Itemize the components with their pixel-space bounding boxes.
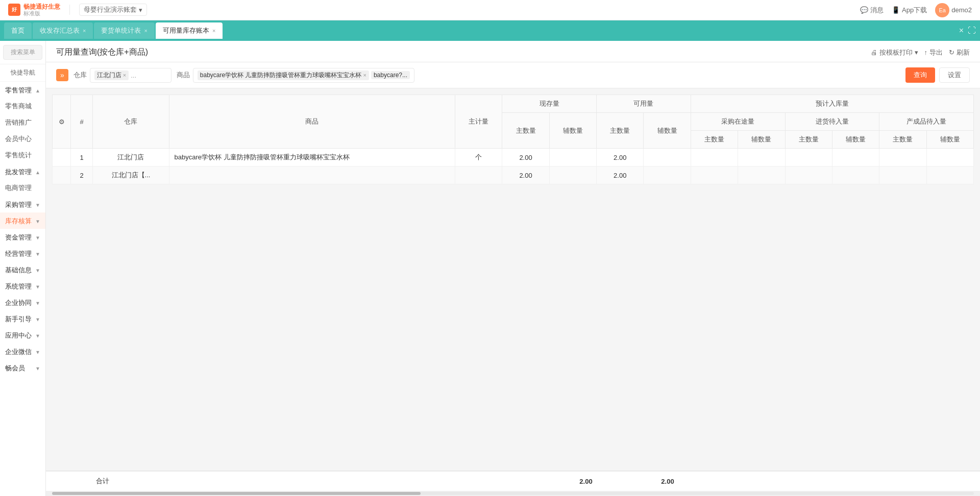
- main-layout: 搜索菜单 快捷导航 零售管理 ▲ 零售商城 营销推广 会员中心 零售统计 批发管…: [0, 41, 980, 496]
- scroll-bar-track[interactable]: [52, 492, 974, 495]
- th-goods-arriving: 进货待入量: [785, 113, 879, 131]
- sidebar-section-wechat[interactable]: 企业微信 ▼: [0, 343, 45, 360]
- query-btn[interactable]: 查询: [905, 67, 935, 83]
- export-label: 导出: [929, 48, 943, 57]
- th-settings[interactable]: ⚙: [53, 95, 71, 149]
- print-btn[interactable]: 🖨 按模板打印 ▾: [871, 48, 918, 57]
- scroll-bar-area: [46, 491, 980, 496]
- avatar: Ea: [935, 3, 949, 17]
- sidebar-section-appstore-label: 应用中心: [5, 331, 32, 340]
- sidebar-section-operations-label: 经营管理: [5, 249, 32, 258]
- total-spacer-index: [70, 471, 86, 491]
- print-icon: 🖨: [871, 49, 877, 56]
- search-menu-btn[interactable]: 搜索菜单: [3, 45, 42, 60]
- setting-btn[interactable]: 设置: [939, 67, 970, 83]
- row1-warehouse: 江北门店: [93, 149, 169, 167]
- th-avail-main: 主数量: [597, 113, 644, 149]
- tab-home-label: 首页: [11, 26, 24, 35]
- row1-goods-aux: [832, 149, 879, 167]
- product-filter-group: 商品 babycare学饮杯 儿童防摔防撞吸管杯重力球吸嘴杯宝宝水杯 × bab…: [177, 68, 414, 83]
- product-tag-2: babycare?...: [371, 71, 410, 79]
- app-icon: 📱: [892, 6, 900, 14]
- message-btn[interactable]: 💬 消息: [860, 6, 884, 15]
- fullscreen-icon[interactable]: ⛶: [968, 26, 976, 35]
- tab-available-close[interactable]: ×: [212, 28, 215, 34]
- sidebar-section-system[interactable]: 系统管理 ▼: [0, 278, 45, 294]
- sidebar-section-appstore[interactable]: 应用中心 ▼: [0, 327, 45, 343]
- sidebar-section-retail[interactable]: 零售管理 ▲: [0, 82, 45, 98]
- print-label: 按模板打印: [879, 48, 913, 57]
- tab-collection-summary[interactable]: 收发存汇总表 ×: [33, 22, 93, 39]
- table-wrapper[interactable]: ⚙ # 仓库 商品 主计量 现存量 可用量 预计入库量 主数量 辅数量 主数量 …: [46, 88, 980, 470]
- divider: [69, 5, 70, 15]
- tab-available-inventory[interactable]: 可用量库存账本 ×: [156, 22, 223, 39]
- sidebar-section-inventory-label: 库存核算: [5, 217, 32, 226]
- tab-home[interactable]: 首页: [4, 22, 32, 39]
- close-all-icon[interactable]: ×: [959, 26, 964, 35]
- warehouse-filter-input[interactable]: 江北门店 × ...: [90, 68, 172, 83]
- page-title: 可用量查询(按仓库+商品): [56, 47, 148, 58]
- tab-collection-close[interactable]: ×: [83, 28, 86, 34]
- scroll-bar-thumb[interactable]: [52, 492, 421, 495]
- sidebar-section-finance[interactable]: 资金管理 ▼: [0, 229, 45, 245]
- sidebar-section-newbie[interactable]: 新手引导 ▼: [0, 311, 45, 327]
- product-tag-1-label: babycare学饮杯 儿童防摔防撞吸管杯重力球吸嘴杯宝宝水杯: [200, 71, 362, 80]
- user-area[interactable]: Ea demo2: [935, 3, 972, 17]
- refresh-btn[interactable]: ↻ 刷新: [949, 48, 970, 57]
- row1-purchase-aux: [738, 149, 785, 167]
- avatar-initials: Ea: [939, 7, 946, 13]
- product-filter-input[interactable]: babycare学饮杯 儿童防摔防撞吸管杯重力球吸嘴杯宝宝水杯 × babyca…: [193, 68, 414, 83]
- tab-order-label: 要货单统计表: [101, 26, 141, 35]
- row1-purchase-main: [691, 149, 738, 167]
- sidebar-item-retail-mall[interactable]: 零售商城: [0, 98, 45, 114]
- user-name: demo2: [951, 6, 972, 14]
- sidebar-section-retail-label: 零售管理: [5, 86, 32, 95]
- nav-tabs-actions: × ⛶: [959, 26, 976, 35]
- industry-selector[interactable]: 母婴行业演示账套 ▾: [79, 4, 147, 16]
- sidebar-section-wholesale[interactable]: 批发管理 ▲: [0, 163, 45, 180]
- product-tag-1-close[interactable]: ×: [363, 72, 366, 78]
- sidebar-section-basic[interactable]: 基础信息 ▼: [0, 262, 45, 278]
- product-tag-1: babycare学饮杯 儿童防摔防撞吸管杯重力球吸嘴杯宝宝水杯 ×: [198, 70, 369, 80]
- chevron-down-icon: ▾: [139, 6, 142, 14]
- sidebar-section-member-label: 畅会员: [5, 364, 25, 373]
- sidebar-section-collab[interactable]: 企业协同 ▼: [0, 294, 45, 311]
- warehouse-tag: 江北门店 ×: [94, 70, 129, 80]
- export-btn[interactable]: ↑ 导出: [924, 48, 943, 57]
- warehouse-tag-close[interactable]: ×: [123, 72, 126, 78]
- nav-tabs: 首页 收发存汇总表 × 要货单统计表 × 可用量库存账本 × × ⛶: [0, 20, 980, 41]
- finance-arrow-icon: ▼: [35, 235, 40, 241]
- sidebar-section-operations[interactable]: 经营管理 ▼: [0, 245, 45, 262]
- sidebar-section-purchase-label: 采购管理: [5, 200, 32, 209]
- sidebar-item-quicknav[interactable]: 快捷导航: [0, 64, 45, 82]
- sidebar-item-ecommerce[interactable]: 电商管理: [0, 180, 45, 196]
- content-area: 可用量查询(按仓库+商品) 🖨 按模板打印 ▾ ↑ 导出 ↻ 刷新: [46, 41, 980, 496]
- row1-avail-main: 2.00: [597, 149, 644, 167]
- sidebar: 搜索菜单 快捷导航 零售管理 ▲ 零售商城 营销推广 会员中心 零售统计 批发管…: [0, 41, 46, 496]
- sidebar-item-members[interactable]: 会员中心: [0, 131, 45, 147]
- total-row-table: 合计 2.00 2.00: [52, 471, 974, 491]
- sidebar-section-collab-label: 企业协同: [5, 298, 32, 308]
- sidebar-item-marketing[interactable]: 营销推广: [0, 114, 45, 131]
- total-goods-aux: [851, 471, 892, 491]
- total-finished-aux: [933, 471, 974, 491]
- logo-title: 畅捷通好生意: [23, 3, 60, 10]
- filter-toggle-btn[interactable]: »: [56, 69, 68, 81]
- tab-available-label: 可用量库存账本: [163, 26, 209, 35]
- th-current-aux: 辅数量: [549, 113, 596, 149]
- row2-warehouse: 江北门店【...: [93, 167, 169, 184]
- table-footer: 合计 2.00 2.00: [46, 470, 980, 491]
- app-download-btn[interactable]: 📱 App下载: [892, 6, 927, 15]
- sidebar-section-inventory[interactable]: 库存核算 ▼: [0, 212, 45, 229]
- total-current-aux: [606, 471, 647, 491]
- sidebar-item-retail-stats[interactable]: 零售统计: [0, 147, 45, 163]
- sidebar-section-system-label: 系统管理: [5, 282, 32, 291]
- th-warehouse: 仓库: [93, 95, 169, 149]
- tab-order-stats[interactable]: 要货单统计表 ×: [94, 22, 154, 39]
- newbie-arrow-icon: ▼: [35, 317, 40, 322]
- sidebar-section-member[interactable]: 畅会员 ▼: [0, 360, 45, 376]
- tab-order-close[interactable]: ×: [144, 28, 147, 34]
- row1-index: 1: [71, 149, 93, 167]
- row2-settings: [53, 167, 71, 184]
- sidebar-section-purchase[interactable]: 采购管理 ▼: [0, 196, 45, 212]
